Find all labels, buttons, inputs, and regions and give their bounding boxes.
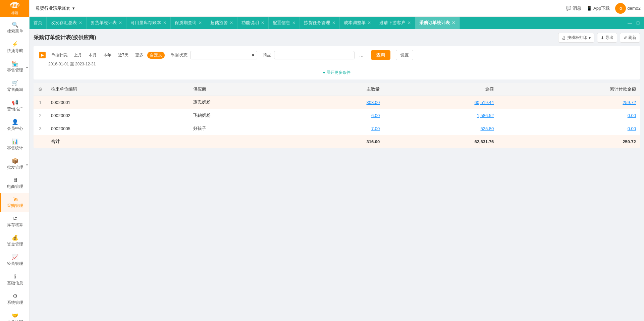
row-unit-code-3: 00020005: [47, 122, 189, 135]
app-download-button[interactable]: 📱 App下载: [587, 5, 610, 11]
row-amount-3[interactable]: 525.80: [384, 122, 498, 135]
sidebar-item-member[interactable]: 👤 会员中心: [0, 115, 29, 135]
tab-close-pick-task[interactable]: ✕: [332, 20, 335, 25]
workspace-selector[interactable]: 母婴行业演示账套 ▾: [33, 4, 77, 13]
print-chevron-icon: ▾: [589, 36, 591, 40]
tab-config-info[interactable]: 配置信息 ✕: [269, 17, 300, 29]
row-amount-2[interactable]: 1,586.52: [384, 109, 498, 122]
tab-home[interactable]: 首页: [30, 17, 47, 29]
tab-close-invite-downstream[interactable]: ✕: [408, 20, 411, 25]
sidebar-label-basic-info: 基础信息: [7, 280, 23, 286]
export-button[interactable]: ⬇ 导出: [597, 33, 617, 43]
goods-search-input[interactable]: [274, 51, 355, 59]
tab-collect-send[interactable]: 收发存汇总表 ✕: [47, 17, 87, 29]
sidebar-item-quick-nav[interactable]: ⚡ 快捷导航: [0, 38, 29, 57]
workspace-chevron-icon: ▾: [72, 6, 75, 11]
tab-cost-adjust[interactable]: 成本调整单 ✕: [340, 17, 375, 29]
date-shortcut-last-month[interactable]: 上月: [71, 52, 85, 59]
sidebar-item-retail-mall[interactable]: 🛒 零售商城: [0, 76, 29, 96]
tab-close-purchase-order-stats[interactable]: ✕: [452, 20, 455, 25]
sidebar-item-search[interactable]: 🔍 搜索菜单: [0, 18, 29, 38]
date-custom-tag[interactable]: 自定义: [147, 52, 165, 59]
tab-label-config-info: 配置信息: [273, 20, 290, 26]
tab-pick-task[interactable]: 拣货任务管理 ✕: [300, 17, 340, 29]
tab-close-usable-stock[interactable]: ✕: [163, 20, 166, 25]
tab-close-warranty-query[interactable]: ✕: [199, 20, 202, 25]
tab-close-purchase-stats[interactable]: ✕: [119, 20, 122, 25]
expand-more-button[interactable]: ▾ 展开更多条件: [39, 70, 635, 75]
refresh-label: 刷新: [628, 35, 636, 41]
sidebar-item-system[interactable]: ⚙ 系统管理: [0, 289, 29, 309]
row-quantity-2[interactable]: 6.00: [295, 109, 384, 122]
date-shortcut-this-year[interactable]: 本年: [101, 52, 114, 59]
row-unit-code-2: 00020002: [47, 109, 189, 122]
row-quantity-3[interactable]: 7.00: [295, 122, 384, 135]
page-title: 采购订单统计表(按供应商): [34, 34, 96, 41]
sidebar-item-ecommerce[interactable]: 🖥 电商管理: [0, 174, 29, 193]
message-button[interactable]: 💬 消息: [566, 5, 581, 11]
sidebar-icon-inventory: 🗂: [12, 215, 18, 221]
tab-label-purchase-order-stats: 采购订单统计表: [419, 20, 450, 26]
row-paid-2[interactable]: 0.00: [498, 109, 640, 122]
status-select[interactable]: ▾: [190, 51, 257, 59]
sidebar-icon-marketing: 📢: [12, 99, 18, 106]
status-filter-label: 单据状态: [170, 52, 187, 58]
user-profile-button[interactable]: d demo2: [615, 3, 641, 14]
row-paid-3[interactable]: 0.00: [498, 122, 640, 135]
sidebar-item-marketing[interactable]: 📢 营销推广: [0, 96, 29, 115]
query-button[interactable]: 查询: [371, 50, 390, 60]
sidebar-label-quick-nav: 快捷导航: [7, 48, 23, 54]
sidebar-icon-basic-info: ℹ: [14, 273, 16, 280]
sidebar-label-wholesale: 批发管理: [7, 165, 23, 170]
tab-close-overstock-warning[interactable]: ✕: [230, 20, 233, 25]
tab-overstock-warning[interactable]: 超储预警 ✕: [206, 17, 237, 29]
sidebar-item-enterprise[interactable]: 🤝 企业协同: [0, 309, 29, 321]
tab-close-cost-adjust[interactable]: ✕: [368, 20, 371, 25]
sidebar-item-retail-stats[interactable]: 📊 零售统计: [0, 135, 29, 154]
tab-purchase-stats[interactable]: 要货单统计表 ✕: [87, 17, 126, 29]
sidebar-item-finance[interactable]: 💰 资金管理: [0, 231, 29, 251]
tab-window-controls: — □: [627, 19, 644, 26]
tab-usable-stock[interactable]: 可用量库存账本 ✕: [126, 17, 171, 29]
logo-area[interactable]: 畅捷通 标题: [0, 0, 29, 17]
date-shortcut-7days[interactable]: 近7天: [115, 52, 131, 59]
sidebar-item-basic-info[interactable]: ℹ 基础信息: [0, 270, 29, 289]
user-avatar: d: [615, 3, 626, 14]
sidebar-icon-search: 🔍: [12, 21, 18, 28]
col-settings-header[interactable]: ⚙: [34, 83, 47, 96]
settings-button[interactable]: 设置: [396, 50, 413, 60]
col-unit-code-header: 往来单位编码: [47, 83, 189, 96]
tab-close-collect-send[interactable]: ✕: [79, 20, 82, 25]
row-amount-1[interactable]: 60,519.44: [384, 96, 498, 109]
row-paid-1[interactable]: 259.72: [498, 96, 640, 109]
table-settings-icon[interactable]: ⚙: [38, 87, 43, 92]
row-quantity-1[interactable]: 303.00: [295, 96, 384, 109]
tab-func-desc[interactable]: 功能说明 ✕: [237, 17, 269, 29]
window-maximize-button[interactable]: □: [635, 19, 641, 26]
sidebar-item-retail[interactable]: 🏪 零售管理 ▴: [0, 57, 29, 76]
table-body: 1 00020001 惠氏奶粉 303.00 60,519.44 259.72 …: [34, 96, 640, 135]
table-row: 3 00020005 好孩子 7.00 525.80 0.00: [34, 122, 640, 135]
sidebar-label-finance: 资金管理: [7, 242, 23, 247]
tab-close-func-desc[interactable]: ✕: [261, 20, 264, 25]
sidebar-item-operations[interactable]: 📈 经营管理: [0, 251, 29, 270]
refresh-button[interactable]: ↺ 刷新: [620, 33, 640, 43]
tab-purchase-order-stats[interactable]: 采购订单统计表 ✕: [415, 17, 460, 29]
filter-toggle-button[interactable]: ▶: [39, 52, 46, 58]
sidebar-item-purchase[interactable]: 🛍 采购管理: [0, 193, 29, 212]
sidebar-item-inventory[interactable]: 🗂 库存核算: [0, 212, 29, 231]
tab-warranty-query[interactable]: 保质期查询 ✕: [171, 17, 206, 29]
print-button[interactable]: 🖨 按模板打印 ▾: [558, 33, 594, 43]
col-supplier-header: 供应商: [189, 83, 295, 96]
status-filter-group: 单据状态 ▾: [170, 51, 257, 59]
goods-more-button[interactable]: …: [357, 52, 366, 58]
window-minimize-button[interactable]: —: [627, 19, 633, 26]
tab-close-config-info[interactable]: ✕: [292, 20, 296, 25]
tab-label-cost-adjust: 成本调整单: [344, 20, 366, 26]
sidebar-item-wholesale[interactable]: 📦 批发管理 ▴: [0, 154, 29, 174]
date-shortcut-this-month[interactable]: 本月: [86, 52, 99, 59]
topbar-right: 💬 消息 📱 App下载 d demo2: [566, 3, 641, 14]
tab-invite-downstream[interactable]: 邀请下游客户 ✕: [375, 17, 415, 29]
sidebar-label-retail: 零售管理: [7, 67, 23, 73]
date-shortcut-more[interactable]: 更多: [132, 52, 146, 59]
